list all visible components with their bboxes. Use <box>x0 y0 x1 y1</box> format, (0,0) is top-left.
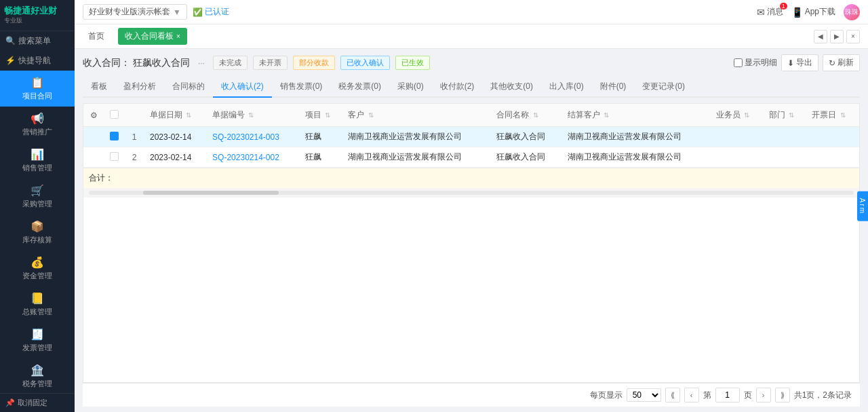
th-project[interactable]: 项目 ⇅ <box>300 104 342 127</box>
row-checkbox-cell[interactable] <box>104 127 124 147</box>
row-checkbox[interactable] <box>110 152 119 161</box>
logo-main-text: 畅捷通好业财 <box>4 5 57 16</box>
sidebar-item-invoice[interactable]: 🧾 发票管理 <box>0 322 75 358</box>
verified-label: 已认证 <box>205 6 229 18</box>
tab-subject[interactable]: 合同标的 <box>164 77 213 98</box>
row-date-cell: 2023-02-14 <box>144 127 207 147</box>
right-edge-btn[interactable]: Arm <box>857 191 868 221</box>
th-contract[interactable]: 合同名称 ⇅ <box>491 104 562 127</box>
th-settings[interactable]: ⚙ <box>83 104 104 127</box>
row-settings-cell <box>83 127 104 147</box>
th-open-date[interactable]: 开票日 ⇅ <box>806 104 859 127</box>
contract-board-tab[interactable]: 收入合同看板 × <box>118 28 187 45</box>
row-checkbox[interactable] <box>110 132 119 141</box>
sidebar-item-stock[interactable]: 📦 库存核算 <box>0 214 75 250</box>
status-uncomplete[interactable]: 未完成 <box>213 56 248 70</box>
tab-warehouse[interactable]: 出入库(0) <box>541 77 592 98</box>
th-date[interactable]: 单据日期 ⇅ <box>144 104 207 127</box>
contract-more-btn[interactable]: ··· <box>195 58 208 68</box>
row-num-cell: 1 <box>124 127 144 147</box>
tab-close-all-btn[interactable]: × <box>846 30 860 43</box>
th-final-customer[interactable]: 结算客户 ⇅ <box>562 104 711 127</box>
quick-nav[interactable]: ⚡ 快捷导航 <box>0 51 75 71</box>
export-btn[interactable]: ⬇ 导出 <box>781 54 818 71</box>
show-detail-input[interactable] <box>734 58 743 67</box>
tab-revenue-confirm[interactable]: 收入确认(2) <box>213 77 272 98</box>
message-icon: ✉ <box>757 7 765 18</box>
row-num-cell: 2 <box>124 147 144 168</box>
tab-purchase[interactable]: 采购(0) <box>389 77 432 98</box>
per-page-select[interactable]: 50 100 200 <box>627 388 661 402</box>
message-btn[interactable]: ✉ 1 消息 <box>757 6 783 18</box>
tab-profit[interactable]: 盈利分析 <box>115 77 164 98</box>
final-customer-sort-icon: ⇅ <box>604 111 609 119</box>
refresh-btn[interactable]: ↻ 刷新 <box>823 54 860 71</box>
app-download-btn[interactable]: 📱 App下载 <box>791 6 835 18</box>
quick-nav-icon: ⚡ <box>5 56 16 65</box>
tab-close-icon[interactable]: × <box>176 33 180 40</box>
row-code-link[interactable]: SQ-20230214-003 <box>212 132 279 142</box>
customer-sort-icon: ⇅ <box>368 111 374 119</box>
tab-sales-invoice[interactable]: 销售发票(0) <box>272 77 331 98</box>
unpin-btn[interactable]: 📌 取消固定 <box>0 394 75 412</box>
th-customer[interactable]: 客户 ⇅ <box>342 104 491 127</box>
tax-icon: 🏦 <box>31 364 44 377</box>
company-selector[interactable]: 好业财专业版演示帐套 ▼ <box>83 4 187 20</box>
tab-next-btn[interactable]: ▶ <box>830 30 844 43</box>
header-checkbox[interactable] <box>110 110 119 119</box>
contract-name: 狂飙收入合同 <box>133 57 190 68</box>
table-row[interactable]: 1 2023-02-14 SQ-20230214-003 狂飙 湖南卫视商业运营… <box>83 127 859 147</box>
tab-payment[interactable]: 收付款(2) <box>432 77 483 98</box>
contract-header: 收入合同： 狂飙收入合同 ··· 未完成 未开票 部分收款 已收入确认 已生效 … <box>83 54 860 71</box>
page-input[interactable] <box>715 388 740 402</box>
row-checkbox-cell[interactable] <box>104 147 124 168</box>
content-area: 收入合同： 狂飙收入合同 ··· 未完成 未开票 部分收款 已收入确认 已生效 … <box>75 49 868 412</box>
th-salesman[interactable]: 业务员 ⇅ <box>711 104 764 127</box>
page-next-btn[interactable]: › <box>756 388 771 402</box>
tab-prev-btn[interactable]: ◀ <box>814 30 827 43</box>
row-settings-cell <box>83 147 104 168</box>
status-partial-payment[interactable]: 部分收款 <box>293 56 335 70</box>
tab-change-log[interactable]: 变更记录(0) <box>634 77 693 98</box>
tab-kanban[interactable]: 看板 <box>83 77 115 98</box>
sidebar-search[interactable]: 🔍 搜索菜单 <box>0 31 75 51</box>
sidebar-item-project[interactable]: 📋 项目合同 <box>0 71 75 107</box>
sidebar-item-sales[interactable]: 📊 销售管理 <box>0 143 75 179</box>
page-last-btn[interactable]: ⟫ <box>775 388 790 402</box>
row-code-link[interactable]: SQ-20230214-002 <box>212 153 279 162</box>
scroll-thumb[interactable] <box>143 191 279 195</box>
refresh-label: 刷新 <box>837 57 854 69</box>
tab-tax-invoice[interactable]: 税务发票(0) <box>330 77 389 98</box>
home-tab[interactable]: 首页 <box>83 31 110 42</box>
th-checkbox[interactable] <box>104 104 124 127</box>
page-prev-btn[interactable]: ‹ <box>684 388 699 402</box>
scroll-track[interactable] <box>89 191 854 195</box>
th-code[interactable]: 单据编号 ⇅ <box>207 104 300 127</box>
sidebar-item-purchase[interactable]: 🛒 采购管理 <box>0 179 75 214</box>
page-first-btn[interactable]: ⟪ <box>665 388 680 402</box>
user-menu[interactable]: 珠珠 <box>844 4 860 20</box>
status-recognized[interactable]: 已收入确认 <box>340 56 390 70</box>
data-table: ⚙ 单据日期 ⇅ 单据编号 ⇅ 项目 ⇅ 客户 ⇅ 合同名称 ⇅ 结算客户 ⇅ … <box>83 104 859 168</box>
sidebar-item-label: 发票管理 <box>22 343 52 353</box>
stock-icon: 📦 <box>31 220 44 233</box>
code-sort-icon: ⇅ <box>248 111 254 119</box>
sidebar-item-marketing[interactable]: 📢 营销推广 <box>0 107 75 143</box>
sidebar: 畅捷通好业财 专业版 🔍 搜索菜单 ⚡ 快捷导航 📋 项目合同 📢 营销推广 📊… <box>0 0 75 412</box>
row-dept-cell <box>764 147 806 168</box>
quick-nav-label: 快捷导航 <box>18 55 51 67</box>
status-uninvoiced[interactable]: 未开票 <box>253 56 288 70</box>
row-salesman-cell <box>711 147 764 168</box>
sidebar-item-tax[interactable]: 🏦 税务管理 <box>0 358 75 393</box>
th-dept[interactable]: 部门 ⇅ <box>764 104 806 127</box>
sidebar-item-general[interactable]: 📒 总账管理 <box>0 286 75 322</box>
tab-other-income[interactable]: 其他收支(0) <box>482 77 541 98</box>
row-customer-cell: 湖南卫视商业运营发展有限公司 <box>342 147 491 168</box>
topbar: 好业财专业版演示帐套 ▼ ✅ 已认证 ✉ 1 消息 📱 App下载 珠珠 <box>75 0 868 24</box>
row-project-cell: 狂飙 <box>300 127 342 147</box>
table-row[interactable]: 2 2023-02-14 SQ-20230214-002 狂飙 湖南卫视商业运营… <box>83 147 859 168</box>
sidebar-item-fund[interactable]: 💰 资金管理 <box>0 250 75 286</box>
status-effective[interactable]: 已生效 <box>395 56 430 70</box>
tab-attachment[interactable]: 附件(0) <box>592 77 635 98</box>
show-detail-checkbox[interactable]: 显示明细 <box>734 57 777 69</box>
